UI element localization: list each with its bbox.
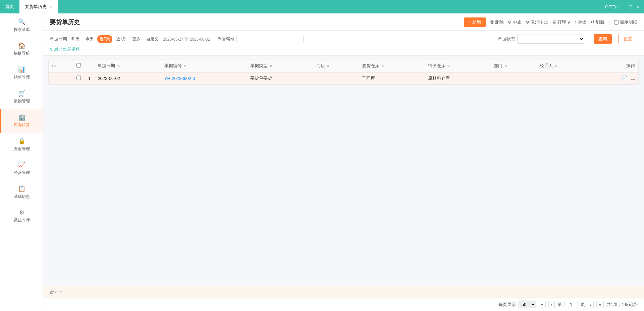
show-detail-label: 显示明细 [620, 19, 637, 25]
row-more-icon[interactable]: ⚏ [631, 75, 635, 81]
new-button[interactable]: + 新增 [464, 17, 486, 27]
print-arrow-icon: ∨ [567, 20, 571, 25]
close-window-icon[interactable]: ✕ [636, 4, 640, 9]
top-bar: 首页 要货单历史 × OfTEn ─ □ ✕ [0, 0, 644, 13]
prev-page-btn[interactable]: ‹ [548, 301, 554, 308]
minimize-icon[interactable]: ─ [622, 4, 625, 9]
table-checkbox-col [73, 59, 84, 73]
date-col-label: 单据日期 [98, 63, 115, 68]
expand-more-label: 展开更多条件 [54, 46, 80, 52]
sidebar-item-search-label: 搜索菜单 [14, 27, 30, 33]
more-btn[interactable]: 更多 [130, 35, 143, 43]
print-label: 🖨 打印 [552, 19, 567, 25]
first-page-btn[interactable]: « [539, 301, 546, 308]
store-sort-icon: ⇅ [327, 64, 329, 68]
today-btn[interactable]: 今天 [83, 35, 96, 43]
goto-prefix: 第 [557, 302, 562, 308]
sidebar-item-inventory-label: 库存核算 [14, 122, 30, 128]
table-body: 1 2023-06-02 YH-20230602-0 要货单要货 车间库 原材料… [49, 73, 638, 84]
store-col-label: 门店 [316, 63, 325, 68]
page-title-row: 要货单历史 + 新增 🗑 删除 ⊘ 中止 ⊗ 取消中止 🖨 打印 ∨ ↑ 导出 … [50, 17, 637, 27]
delete-button[interactable]: 🗑 删除 [490, 19, 504, 25]
type-sort-icon: ⇅ [270, 64, 272, 68]
sidebar-item-purchase[interactable]: 🛒 采购管理 [0, 85, 43, 109]
handler-sort-icon: ⇅ [554, 64, 557, 68]
last7days-btn[interactable]: 近7天 [97, 35, 112, 43]
row-checkbox [73, 73, 84, 84]
sidebar-item-finance[interactable]: 🔒 资金管理 [0, 133, 43, 157]
sidebar-item-system-label: 系统管理 [14, 218, 30, 223]
page-size-select[interactable]: 50 20 100 [519, 301, 536, 308]
table-orderno-col[interactable]: 单据编号 ⇅ [161, 59, 247, 73]
page-title: 要货单历史 [50, 18, 80, 26]
row-select-checkbox[interactable] [76, 76, 81, 80]
query-button[interactable]: 查询 [594, 34, 612, 44]
export-button[interactable]: ↑ 导出 [575, 19, 587, 25]
table-handler-col[interactable]: 经手人 ⇅ [536, 59, 592, 73]
table-seq-col [84, 59, 94, 73]
sidebar-item-inventory[interactable]: 🏢 库存核算 [0, 109, 43, 133]
page-number-input[interactable] [565, 301, 578, 308]
stop-button[interactable]: ⊘ 中止 [508, 19, 522, 25]
order-no-filter-group: 单据编号 [217, 35, 304, 43]
sidebar-item-quicknav[interactable]: 🏠 快捷导航 [0, 37, 43, 61]
table-date-col[interactable]: 单据日期 ⇅ [94, 59, 161, 73]
sidebar-item-sales[interactable]: 📊 销售管理 [0, 61, 43, 85]
system-icon: ⚙ [19, 209, 24, 216]
tab-active[interactable]: 要货单历史 × [19, 0, 58, 13]
yesterday-btn[interactable]: 昨天 [69, 35, 82, 43]
sidebar-item-search[interactable]: 🔍 搜索菜单 [0, 13, 43, 37]
row-settings [49, 73, 73, 84]
row-dept [490, 73, 536, 84]
maximize-icon[interactable]: □ [629, 4, 632, 9]
sidebar-item-basicinfo[interactable]: 📋 基础信息 [0, 180, 43, 204]
custom-btn[interactable]: 自定义 [144, 35, 161, 43]
sidebar-item-sales-label: 销售管理 [14, 75, 30, 80]
last-page-btn[interactable]: » [596, 301, 603, 308]
row-orderno[interactable]: YH-20230602-0 [161, 73, 247, 84]
row-store [313, 73, 359, 84]
expand-more-btn[interactable]: ∨ 展开更多条件 [50, 46, 637, 52]
sidebar: 🔍 搜索菜单 🏠 快捷导航 📊 销售管理 🛒 采购管理 🏢 库存核算 🔒 资金管… [0, 13, 43, 311]
refresh-button[interactable]: ↺ 刷新 [591, 19, 604, 25]
table-store-col[interactable]: 门店 ⇅ [313, 59, 359, 73]
row-orderno-link[interactable]: YH-20230602-0 [164, 76, 195, 81]
sidebar-item-system[interactable]: ⚙ 系统管理 [0, 204, 43, 228]
content-area: 要货单历史 + 新增 🗑 删除 ⊘ 中止 ⊗ 取消中止 🖨 打印 ∨ ↑ 导出 … [43, 13, 644, 311]
reqwarehouse-sort-icon: ⇅ [381, 64, 384, 68]
toolbar-divider [609, 19, 609, 25]
table-area: ⚙ 单据日期 ⇅ 单据编号 ⇅ [43, 56, 644, 286]
expand-chevron-icon: ∨ [50, 47, 53, 52]
cancel-stop-button[interactable]: ⊗ 取消中止 [526, 19, 548, 25]
tab-home[interactable]: 首页 [0, 0, 19, 13]
table-settings-col[interactable]: ⚙ [49, 59, 73, 73]
order-no-label: 单据编号 [217, 36, 234, 42]
table-header: ⚙ 单据日期 ⇅ 单据编号 ⇅ [49, 59, 638, 73]
goto-suffix: 页 [581, 302, 585, 308]
quicknav-icon: 🏠 [18, 42, 25, 49]
next-page-btn[interactable]: › [588, 301, 594, 308]
last-month-btn[interactable]: 近1月 [114, 35, 129, 43]
select-all-checkbox[interactable] [76, 63, 81, 68]
table-container: ⚙ 单据日期 ⇅ 单据编号 ⇅ [48, 59, 639, 85]
table-pendingwarehouse-col[interactable]: 待出仓库 ⇅ [425, 59, 490, 73]
top-bar-right: OfTEn ─ □ ✕ [605, 4, 644, 9]
order-no-input[interactable] [236, 35, 304, 43]
table-ops-col: 操作 [592, 59, 638, 73]
filter-area: 单据日期 昨天 今天 近7天 近1月 更多 自定义 2023-05-27 至 2… [43, 31, 644, 56]
show-detail-checkbox[interactable] [614, 20, 619, 25]
search-menu-icon: 🔍 [18, 18, 25, 26]
table-type-col[interactable]: 单据类型 ⇅ [247, 59, 313, 73]
main-layout: 🔍 搜索菜单 🏠 快捷导航 📊 销售管理 🛒 采购管理 🏢 库存核算 🔒 资金管… [0, 13, 644, 311]
sidebar-item-operations[interactable]: 📈 经营管理 [0, 157, 43, 180]
sidebar-item-finance-label: 资金管理 [14, 146, 30, 152]
status-select[interactable] [517, 35, 584, 44]
show-detail-checkbox-label[interactable]: 显示明细 [614, 19, 637, 25]
settings-filter-button[interactable]: 设置 [619, 34, 637, 44]
table-dept-col[interactable]: 部门 ⇅ [490, 59, 536, 73]
date-quick-btns: 昨天 今天 近7天 近1月 更多 自定义 [69, 35, 161, 43]
print-button[interactable]: 🖨 打印 ∨ [552, 19, 571, 25]
row-edit-icon[interactable]: 📄 [622, 75, 628, 81]
table-reqwarehouse-col[interactable]: 要货仓库 ⇅ [359, 59, 424, 73]
tab-close-icon[interactable]: × [50, 0, 52, 13]
